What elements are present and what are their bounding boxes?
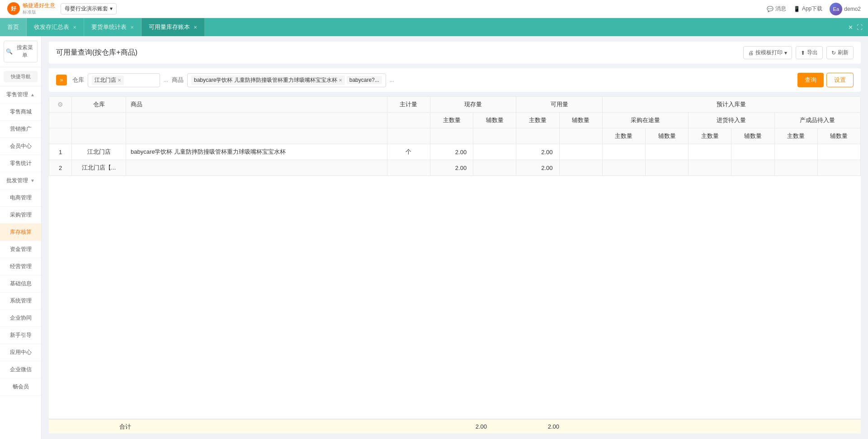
top-bar-right: 💬 消息 📱 App下载 Ea demo2 xyxy=(767,3,861,15)
print-icon: 🖨 xyxy=(748,50,754,56)
th-aa3 xyxy=(559,128,602,144)
product-tag-1-close[interactable]: ✕ xyxy=(339,78,342,83)
logo-text-group: 畅捷通好生意 标准版 xyxy=(23,2,55,15)
row1-unit: 个 xyxy=(387,144,430,160)
row1-product-aux xyxy=(817,144,860,160)
sidebar-item-system[interactable]: 系统管理 xyxy=(0,293,41,310)
search-menu-label: 搜索菜单 xyxy=(14,44,35,59)
row1-available-main: 2.00 xyxy=(516,144,559,160)
table-container: ⚙ 仓库 商品 主计量 现存量 可用量 预计入库量 xyxy=(49,96,861,434)
product-tag-1-value: babycare学饮杯 儿童防摔防撞吸管杯重力球吸嘴杯宝宝水杯 xyxy=(194,76,337,84)
user-profile[interactable]: Ea demo2 xyxy=(830,3,861,15)
sidebar-item-inventory[interactable]: 库存核算 xyxy=(0,224,41,241)
row2-product-main xyxy=(774,160,817,176)
sidebar-item-purchase[interactable]: 采购管理 xyxy=(0,207,41,224)
th-current-stock: 现存量 xyxy=(430,97,516,113)
th-sm3 xyxy=(430,128,473,144)
export-icon: ⬆ xyxy=(801,50,805,56)
sidebar-item-base-info[interactable]: 基础信息 xyxy=(0,275,41,293)
page-header: 可用量查询(按仓库+商品) 🖨 按模板打印 ▾ ⬆ 导出 ↻ 刷新 xyxy=(49,42,861,64)
row2-stock-aux xyxy=(473,160,516,176)
sidebar-item-finance[interactable]: 资金管理 xyxy=(0,241,41,258)
th-product-sub xyxy=(126,113,387,128)
row1-purchase-aux xyxy=(645,144,688,160)
logo: 好 畅捷通好生意 标准版 xyxy=(7,2,55,15)
row1-product-main xyxy=(774,144,817,160)
sidebar-item-member-center[interactable]: 会员中心 xyxy=(0,138,41,155)
top-bar: 好 畅捷通好生意 标准版 母婴行业演示账套 ▾ 💬 消息 📱 App下载 Ea … xyxy=(0,0,868,18)
export-label: 导出 xyxy=(807,49,818,57)
product-filter-more[interactable]: ... xyxy=(390,77,394,83)
sidebar-search-area: 🔍 搜索菜单 xyxy=(0,36,41,67)
th-idx3 xyxy=(49,128,72,144)
top-bar-left: 好 畅捷通好生意 标准版 母婴行业演示账套 ▾ xyxy=(7,2,117,15)
sidebar-item-retail-mgmt-label: 零售管理 xyxy=(6,91,28,99)
tab-available[interactable]: 可用量库存账本 ✕ xyxy=(142,18,205,36)
tab-receive[interactable]: 收发存汇总表 ✕ xyxy=(27,18,84,36)
tab-order-stat[interactable]: 要货单统计表 ✕ xyxy=(84,18,142,36)
filter-expand-button[interactable]: » xyxy=(56,75,67,85)
search-menu-button[interactable]: 🔍 搜索菜单 xyxy=(4,41,38,62)
th-sa3 xyxy=(473,128,516,144)
th-available-aux: 辅数量 xyxy=(559,113,602,128)
avatar: Ea xyxy=(830,3,842,15)
sidebar-item-retail-mall[interactable]: 零售商城 xyxy=(0,104,41,121)
th-available-main: 主数量 xyxy=(516,113,559,128)
message-label: 消息 xyxy=(775,5,786,13)
th-pm3: 主数量 xyxy=(602,128,645,144)
sidebar-item-retail-stats[interactable]: 零售统计 xyxy=(0,155,41,172)
warehouse-filter-more[interactable]: ... xyxy=(164,77,168,83)
settings-button[interactable]: 设置 xyxy=(826,73,854,87)
print-button[interactable]: 🖨 按模板打印 ▾ xyxy=(743,46,792,59)
sidebar-item-marketing-label: 营销推广 xyxy=(10,125,32,133)
query-button[interactable]: 查询 xyxy=(797,73,824,87)
sidebar-item-enterprise-collab[interactable]: 企业协同 xyxy=(0,310,41,327)
message-button[interactable]: 💬 消息 xyxy=(767,5,786,13)
nav-fullscreen-icon[interactable]: ⛶ xyxy=(857,24,863,31)
refresh-button[interactable]: ↻ 刷新 xyxy=(826,46,854,59)
tab-available-close[interactable]: ✕ xyxy=(193,25,197,30)
th-warehouse-sub xyxy=(72,113,126,128)
sidebar-item-retail-mgmt[interactable]: 零售管理 ▲ xyxy=(0,86,41,104)
row2-stock-main: 2.00 xyxy=(430,160,473,176)
sidebar-item-wholesale-mgmt[interactable]: 批发管理 ▼ xyxy=(0,172,41,189)
row1-available-aux xyxy=(559,144,602,160)
warehouse-tag-close[interactable]: ✕ xyxy=(118,78,121,83)
footer-stock-total: 2.00 xyxy=(457,423,493,430)
tab-home[interactable]: 首页 xyxy=(0,18,27,36)
sidebar-item-member[interactable]: 畅会员 xyxy=(0,378,41,396)
row2-unit xyxy=(387,160,430,176)
row1-stock-main: 2.00 xyxy=(430,144,473,160)
product-tag-2-value: babycare?... xyxy=(349,77,379,83)
app-download-button[interactable]: 📱 App下载 xyxy=(793,5,822,13)
sidebar-item-new-guide[interactable]: 新手引导 xyxy=(0,327,41,344)
row1-index: 1 xyxy=(49,144,72,160)
content-area: 可用量查询(按仓库+商品) 🖨 按模板打印 ▾ ⬆ 导出 ↻ 刷新 xyxy=(42,36,868,439)
th-warehouse: 仓库 xyxy=(72,97,126,113)
sidebar-item-operations-label: 经营管理 xyxy=(10,263,32,270)
tab-order-stat-close[interactable]: ✕ xyxy=(130,25,134,30)
tab-receive-close[interactable]: ✕ xyxy=(73,25,76,30)
nav-close-icon[interactable]: ✕ xyxy=(848,24,853,31)
sidebar-item-marketing[interactable]: 营销推广 xyxy=(0,121,41,138)
table-wrapper: ⚙ 仓库 商品 主计量 现存量 可用量 预计入库量 xyxy=(49,96,861,419)
quick-nav-button[interactable]: 快捷导航 xyxy=(4,71,38,82)
sidebar-item-app-center[interactable]: 应用中心 xyxy=(0,344,41,361)
table-settings-icon[interactable]: ⚙ xyxy=(57,101,63,108)
th-product-pending: 产成品待入量 xyxy=(774,113,860,128)
row2-index: 2 xyxy=(49,160,72,176)
tenant-selector[interactable]: 母婴行业演示账套 ▾ xyxy=(61,3,117,14)
th-stock-main: 主数量 xyxy=(430,113,473,128)
sidebar: 🔍 搜索菜单 快捷导航 零售管理 ▲ 零售商城 营销推广 会员中心 零售统计 批… xyxy=(0,36,42,439)
sidebar-item-enterprise-wechat[interactable]: 企业微信 xyxy=(0,361,41,378)
product-filter-input[interactable]: babycare学饮杯 儿童防摔防撞吸管杯重力球吸嘴杯宝宝水杯 ✕ babyca… xyxy=(187,73,386,87)
row1-product: babycare学饮杯 儿童防摔防撞吸管杯重力球吸嘴杯宝宝水杯 xyxy=(126,144,387,160)
th-prod3 xyxy=(126,128,387,144)
sidebar-item-operations[interactable]: 经营管理 xyxy=(0,258,41,275)
warehouse-filter-input[interactable]: 江北门店 ✕ xyxy=(88,73,160,87)
chevron-down-icon: ▼ xyxy=(30,178,35,183)
footer-label: 合计 xyxy=(119,423,131,431)
sidebar-item-ecommerce[interactable]: 电商管理 xyxy=(0,189,41,207)
export-button[interactable]: ⬆ 导出 xyxy=(796,46,823,59)
th-forecast-inbound: 预计入库量 xyxy=(602,97,860,113)
